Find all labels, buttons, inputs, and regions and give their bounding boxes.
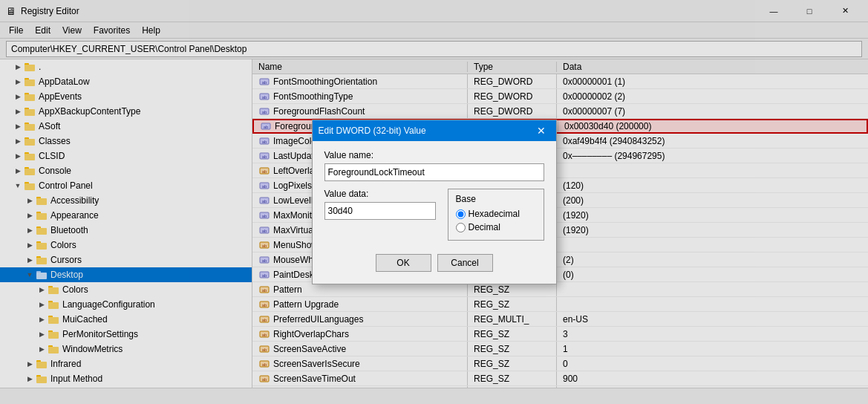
decimal-label: Decimal (469, 222, 500, 232)
edit-dword-dialog: Edit DWORD (32-bit) Value ✕ Value name: … (312, 120, 557, 284)
dialog-overlay: Edit DWORD (32-bit) Value ✕ Value name: … (0, 0, 868, 404)
hex-radio[interactable] (456, 209, 466, 219)
value-name-input[interactable] (324, 163, 544, 181)
dialog-body: Value name: Value data: Base Hexadecimal (313, 141, 556, 284)
decimal-radio[interactable] (456, 223, 466, 232)
base-group: Base Hexadecimal Decimal (448, 189, 544, 241)
dialog-close-button[interactable]: ✕ (532, 122, 550, 140)
value-data-input[interactable] (324, 202, 436, 220)
dialog-buttons: OK Cancel (324, 248, 544, 275)
value-name-label: Value name: (324, 150, 544, 160)
ok-button[interactable]: OK (376, 254, 431, 272)
base-label: Base (456, 194, 536, 204)
hex-label: Hexadecimal (469, 209, 520, 219)
dialog-titlebar: Edit DWORD (32-bit) Value ✕ (313, 120, 556, 141)
cancel-button[interactable]: Cancel (437, 254, 493, 272)
dialog-title: Edit DWORD (32-bit) Value (319, 126, 426, 136)
value-data-label: Value data: (324, 189, 436, 199)
